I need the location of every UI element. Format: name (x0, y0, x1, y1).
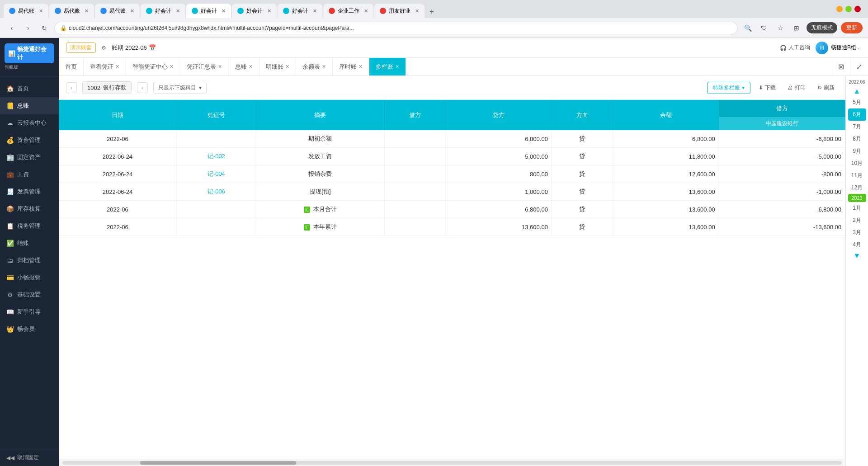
tab-multi-column[interactable]: 多栏账 ✕ (369, 58, 406, 75)
url-bar[interactable]: 🔒 cloud2.chanjet.com/accounting/uh26t264… (54, 22, 738, 34)
browser-tab-5[interactable]: 好会计 ✕ (186, 4, 231, 18)
close-tab-balance[interactable]: ✕ (322, 64, 326, 70)
h-scrollbar-track[interactable] (62, 461, 842, 465)
voucher-link-3[interactable]: 记-006 (208, 188, 225, 195)
close-tab-detailed-ledger[interactable]: ✕ (285, 64, 289, 70)
prev-account-button[interactable]: ‹ (66, 82, 77, 93)
shield-icon[interactable]: 🛡 (758, 22, 770, 34)
tab-home[interactable]: 首页 (59, 58, 84, 75)
tab-balance[interactable]: 余额表 ✕ (296, 58, 333, 75)
update-button[interactable]: 更新 (841, 22, 863, 33)
sidebar-item-invoice[interactable]: 🧾 发票管理 (0, 183, 59, 200)
month-item-june[interactable]: 6月 (848, 108, 866, 121)
calendar-icon[interactable]: 📅 (149, 44, 156, 51)
close-tab-voucher-summary[interactable]: ✕ (218, 64, 222, 70)
close-window-button[interactable] (854, 6, 861, 12)
sidebar-item-fund[interactable]: 💰 资金管理 (0, 132, 59, 149)
month-item-aug[interactable]: 8月 (848, 133, 866, 145)
sidebar-item-tax[interactable]: 📋 税务管理 (0, 217, 59, 235)
cell-voucher-1[interactable]: 记-002 (176, 148, 256, 165)
month-item-dec[interactable]: 12月 (848, 182, 866, 194)
tab-view-voucher[interactable]: 查看凭证 ✕ (84, 58, 126, 75)
new-tab-button[interactable]: + (425, 5, 438, 18)
voucher-link-2[interactable]: 记-004 (208, 170, 225, 177)
month-item-sep[interactable]: 9月 (848, 145, 866, 157)
scroll-down-button[interactable]: ▼ (853, 251, 862, 261)
back-button[interactable]: ‹ (5, 22, 18, 34)
tab-close-1[interactable]: ✕ (39, 8, 43, 14)
maximize-button[interactable] (845, 6, 852, 12)
tab-close-9[interactable]: ✕ (415, 8, 419, 14)
browser-tab-7[interactable]: 好会计 ✕ (278, 4, 322, 18)
close-tab-sequence[interactable]: ✕ (359, 64, 363, 70)
sidebar-item-expense[interactable]: 💳 小畅报销 (0, 269, 59, 286)
forward-button[interactable]: › (22, 22, 34, 34)
tab-close-4[interactable]: ✕ (176, 8, 180, 14)
print-button[interactable]: 🖨 打印 (784, 82, 809, 94)
minimize-button[interactable] (836, 6, 843, 12)
month-item-nov[interactable]: 11月 (848, 169, 866, 182)
tab-close-8[interactable]: ✕ (364, 8, 368, 14)
tab-close-7[interactable]: ✕ (313, 8, 317, 14)
browser-menu-icon[interactable]: ⊞ (790, 22, 803, 34)
year-2023-label[interactable]: 2023 (848, 194, 866, 202)
sidebar-item-cloud-report[interactable]: ☁ 云报表中心 (0, 114, 59, 132)
download-button[interactable]: ⬇ 下载 (755, 82, 779, 94)
browser-tab-2[interactable]: 易代账 ✕ (49, 4, 94, 18)
close-tab-general-ledger[interactable]: ✕ (249, 64, 253, 70)
sub-filter-dropdown[interactable]: 只显示下级科目 ▾ (153, 82, 207, 94)
sidebar-item-archive[interactable]: 🗂 归档管理 (0, 252, 59, 269)
h-scrollbar-thumb[interactable] (140, 461, 296, 465)
horizontal-scrollbar[interactable] (59, 459, 845, 466)
multi-col-button[interactable]: 特殊多栏账 ▾ (707, 82, 750, 94)
browser-tab-8[interactable]: 企业工作 ✕ (323, 4, 373, 18)
reload-button[interactable]: ↻ (38, 22, 51, 34)
sidebar-item-guide[interactable]: 📖 新手引导 (0, 303, 59, 320)
sidebar-item-ledger[interactable]: 📒 总账 (0, 97, 59, 114)
cell-voucher-2[interactable]: 记-004 (176, 165, 256, 183)
expand-tabs-button[interactable]: ⤢ (850, 58, 868, 76)
month-item-feb-2023[interactable]: 2月 (848, 214, 866, 226)
voucher-link-1[interactable]: 记-002 (208, 153, 225, 160)
user-area[interactable]: 用 畅捷通B组... (816, 42, 861, 54)
tab-general-ledger[interactable]: 总账 ✕ (229, 58, 259, 75)
close-tab-multi-column[interactable]: ✕ (395, 64, 399, 70)
tab-close-3[interactable]: ✕ (130, 8, 134, 14)
month-item-apr-2023[interactable]: 4月 (848, 239, 866, 251)
tab-close-2[interactable]: ✕ (85, 8, 89, 14)
sidebar-item-home[interactable]: 🏠 首页 (0, 80, 59, 97)
tab-voucher-summary[interactable]: 凭证汇总表 ✕ (180, 58, 229, 75)
scroll-up-button[interactable]: ▲ (853, 86, 862, 96)
search-icon[interactable]: 🔍 (741, 22, 754, 34)
gear-icon[interactable]: ⚙ (101, 45, 106, 51)
tab-smart-voucher[interactable]: 智能凭证中心 ✕ (126, 58, 180, 75)
collapse-tabs-button[interactable]: ⊠ (832, 58, 850, 76)
sidebar-item-close[interactable]: ✅ 结账 (0, 235, 59, 252)
star-icon[interactable]: ☆ (774, 22, 787, 34)
refresh-button[interactable]: ↻ 刷新 (814, 82, 838, 94)
browser-tab-1[interactable]: 易代账 ✕ (4, 4, 48, 18)
sidebar-item-salary[interactable]: 💼 工资 (0, 166, 59, 183)
browser-tab-9[interactable]: 用友好业 ✕ (374, 4, 425, 18)
sidebar-item-member[interactable]: 👑 畅会员 (0, 320, 59, 338)
tab-close-5[interactable]: ✕ (222, 8, 226, 14)
close-tab-smart-voucher[interactable]: ✕ (170, 64, 174, 70)
month-item-mar-2023[interactable]: 3月 (848, 226, 866, 239)
sidebar-pin-button[interactable]: ◀◀ 取消固定 (0, 449, 59, 466)
consult-button[interactable]: 🎧 人工咨询 (780, 44, 810, 52)
browser-tab-3[interactable]: 易代账 ✕ (95, 4, 140, 18)
browser-tab-4[interactable]: 好会计 ✕ (141, 4, 185, 18)
sidebar-item-inventory[interactable]: 📦 库存核算 (0, 200, 59, 217)
month-item-july[interactable]: 7月 (848, 121, 866, 133)
month-item-jan-2023[interactable]: 1月 (848, 202, 866, 214)
sidebar-item-settings[interactable]: ⚙ 基础设置 (0, 286, 59, 303)
sidebar-item-fixed-asset[interactable]: 🏢 固定资产 (0, 149, 59, 166)
browser-tab-6[interactable]: 好会计 ✕ (232, 4, 277, 18)
tab-close-6[interactable]: ✕ (267, 8, 271, 14)
cell-voucher-3[interactable]: 记-006 (176, 183, 256, 201)
tab-sequence[interactable]: 序时账 ✕ (333, 58, 369, 75)
tab-detailed-ledger[interactable]: 明细账 ✕ (259, 58, 296, 75)
month-item-may[interactable]: 5月 (848, 96, 866, 108)
close-tab-view-voucher[interactable]: ✕ (115, 64, 119, 70)
next-account-button[interactable]: › (137, 82, 148, 93)
